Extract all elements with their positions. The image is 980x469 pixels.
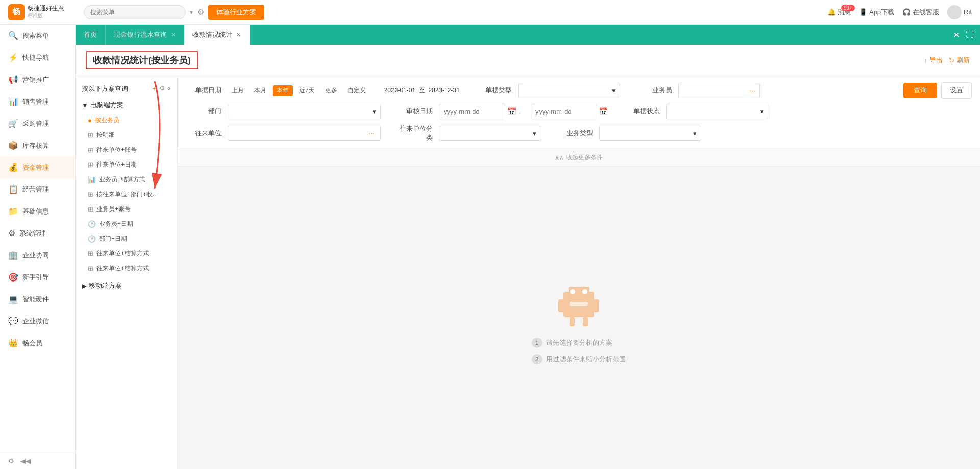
tab-bank-flow[interactable]: 现金银行流水查询 ✕ (106, 25, 184, 45)
collapse-bottom-icon[interactable]: ◀◀ (20, 457, 31, 465)
collapse-panel-icon[interactable]: « (167, 84, 171, 93)
this-year-tab[interactable]: 本年 (273, 85, 293, 96)
schema-item-label: 按业务员 (95, 116, 119, 125)
date-tabs: 上月 本月 本年 近7天 更多 自定义 (228, 85, 370, 96)
sidebar-item-search-menu[interactable]: 🔍 搜索菜单 (0, 25, 75, 46)
schema-item-by-detail[interactable]: ⊞ 按明细 (76, 128, 177, 143)
salesperson-select[interactable]: ··· (678, 83, 760, 98)
sidebar-bottom: ⚙ ◀◀ (0, 453, 75, 469)
tab-collection-stats[interactable]: 收款情况统计 ✕ (184, 25, 250, 45)
schema-item-label: 部门+日期 (99, 235, 127, 243)
dept-select[interactable]: ▾ (228, 104, 381, 119)
sidebar-item-wechat[interactable]: 💬 企业微信 (0, 310, 75, 332)
salesperson-more-icon[interactable]: ··· (750, 87, 755, 95)
schema-item-partner-settle2[interactable]: ⊞ 往来单位+结算方式 (76, 261, 177, 276)
biz-type-select[interactable]: ▾ (599, 126, 701, 141)
expand-tab-btn[interactable]: ⛶ (966, 30, 974, 39)
more-tab[interactable]: 更多 (321, 85, 341, 96)
schema-item-salesperson-account[interactable]: ⊞ 业务员+账号 (76, 202, 177, 217)
sidebar-item-purchase[interactable]: 🛒 采购管理 (0, 112, 75, 134)
sidebar-item-basic-info[interactable]: 📁 基础信息 (0, 200, 75, 222)
schema-settings-icon[interactable]: ⚙ (159, 84, 165, 93)
mobile-section-title[interactable]: ▶ 移动端方案 (76, 278, 177, 293)
tab-home[interactable]: 首页 (76, 25, 106, 45)
svg-point-3 (582, 289, 587, 294)
sidebar-item-label: 营销推广 (22, 75, 49, 84)
review-date-start-input[interactable] (439, 104, 505, 119)
app-download-item[interactable]: 📱 App下载 (859, 8, 894, 17)
salesperson-date-icon: 🕐 (88, 220, 96, 228)
calendar-start-icon[interactable]: 📅 (507, 107, 516, 115)
partner-settle1-icon: ⊞ (88, 250, 93, 257)
body-layout: 按以下方案查询 + ⚙ « ▼ 电脑端方案 (76, 76, 980, 469)
sidebar-item-marketing[interactable]: 📢 营销推广 (0, 68, 75, 90)
marketing-icon: 📢 (8, 75, 18, 84)
custom-tab[interactable]: 自定义 (344, 85, 370, 96)
date-start: 2023-01-01 (384, 87, 415, 94)
review-date-range: 📅 — 📅 (439, 104, 608, 119)
trial-button[interactable]: 体验行业方案 (208, 5, 264, 20)
inventory-icon: 📦 (8, 140, 18, 150)
schema-item-salesperson-date[interactable]: 🕐 业务员+日期 (76, 217, 177, 231)
collapse-bar[interactable]: ∧∧ 收起更多条件 (178, 149, 980, 167)
close-tab-btn[interactable]: ✕ (953, 30, 960, 40)
this-month-tab[interactable]: 本月 (250, 85, 271, 96)
date-range-text: 2023-01-01 至 2023-12-31 (384, 86, 460, 95)
add-schema-icon[interactable]: + (152, 84, 157, 93)
dropdown-arrow-icon[interactable]: ▾ (190, 9, 193, 16)
query-button[interactable]: 查询 (903, 83, 937, 98)
header-search-input[interactable] (84, 5, 186, 19)
quick-nav-icon: ⚡ (8, 53, 18, 62)
sidebar-item-label: 库存核算 (22, 141, 49, 150)
partner-more-icon[interactable]: ··· (366, 129, 376, 137)
schema-item-label: 按往来单位+部门+收... (96, 190, 158, 199)
empty-step-2: 2 用过滤条件来缩小分析范围 (532, 354, 626, 364)
finance-icon: 💰 (8, 162, 18, 172)
schema-item-label: 业务员+日期 (99, 220, 133, 228)
online-service-label: 在线客服 (913, 8, 939, 17)
sidebar-item-finance[interactable]: 💰 资金管理 (0, 156, 75, 178)
sidebar-item-label: 畅会员 (22, 339, 42, 348)
tab-close-active-icon[interactable]: ✕ (236, 32, 241, 38)
schema-item-partner-account[interactable]: ⊞ 往来单位+账号 (76, 143, 177, 157)
last-7-tab[interactable]: 近7天 (295, 85, 319, 96)
partner-category-label: 往来单位分类 (397, 124, 433, 143)
sidebar-item-operation[interactable]: 📋 经营管理 (0, 178, 75, 200)
sidebar-item-sales[interactable]: 📊 销售管理 (0, 90, 75, 112)
partner-select[interactable]: ··· (228, 126, 381, 141)
main-layout: 🔍 搜索菜单 ⚡ 快捷导航 📢 营销推广 📊 销售管理 🛒 采购管理 📦 库存核… (0, 25, 980, 469)
schema-item-salesperson-settle[interactable]: 📊 业务员+结算方式 (76, 172, 177, 187)
desktop-section-title[interactable]: ▼ 电脑端方案 (76, 98, 177, 113)
enterprise-icon: 🏢 (8, 250, 18, 260)
voucher-status-select[interactable]: ▾ (666, 104, 768, 119)
tab-close-icon[interactable]: ✕ (171, 32, 176, 38)
sidebar-item-member[interactable]: 👑 畅会员 (0, 332, 75, 354)
online-service-item[interactable]: 🎧 在线客服 (902, 8, 939, 17)
calendar-end-icon[interactable]: 📅 (599, 107, 608, 115)
refresh-button[interactable]: ↻ 刷新 (949, 56, 970, 65)
schema-item-dept-date[interactable]: 🕐 部门+日期 (76, 231, 177, 246)
sidebar-item-sys-mgmt[interactable]: ⚙ 系统管理 (0, 222, 75, 244)
settings-gear-icon[interactable]: ⚙ (197, 7, 204, 17)
sidebar-item-label: 智能硬件 (22, 295, 49, 304)
review-date-end-input[interactable] (531, 104, 597, 119)
schema-item-partner-dept[interactable]: ⊞ 按往来单位+部门+收... (76, 187, 177, 202)
schema-item-partner-date[interactable]: ⊞ 往来单位+日期 (76, 157, 177, 172)
settings-bottom-icon[interactable]: ⚙ (8, 457, 14, 465)
sidebar-item-quick-nav[interactable]: ⚡ 快捷导航 (0, 46, 75, 68)
notification-item[interactable]: 🔔 消息 99+ (827, 8, 851, 17)
sidebar-item-inventory[interactable]: 📦 库存核算 (0, 134, 75, 156)
sidebar-item-smart-hw[interactable]: 💻 智能硬件 (0, 288, 75, 310)
schema-item-partner-settle1[interactable]: ⊞ 往来单位+结算方式 (76, 246, 177, 261)
partner-category-select[interactable]: ▾ (439, 126, 541, 141)
schema-item-label: 往来单位+结算方式 (96, 249, 149, 258)
export-button[interactable]: ↑ 导出 (924, 56, 943, 65)
last-month-tab[interactable]: 上月 (228, 85, 248, 96)
sidebar-item-enterprise[interactable]: 🏢 企业协同 (0, 244, 75, 266)
voucher-type-select[interactable]: ▾ (518, 83, 620, 98)
schema-item-by-salesperson[interactable]: ● 按业务员 (76, 113, 177, 128)
page-title-box: 收款情况统计(按业务员) (86, 51, 198, 69)
sidebar-item-guide[interactable]: 🎯 新手引导 (0, 266, 75, 288)
settings-button[interactable]: 设置 (941, 82, 972, 99)
user-area[interactable]: Rit (947, 5, 972, 19)
